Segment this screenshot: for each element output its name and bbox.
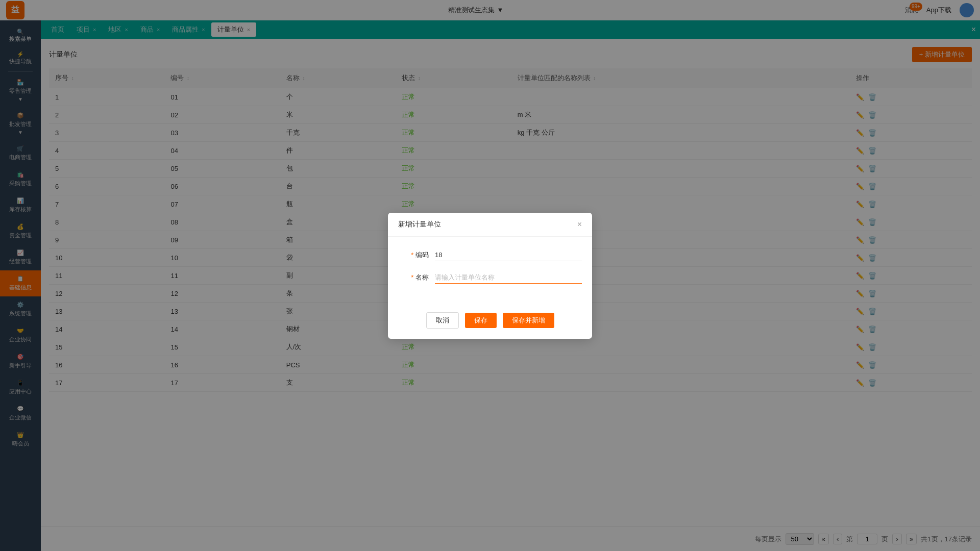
cancel-button[interactable]: 取消	[426, 312, 459, 329]
code-label: * 编码	[398, 251, 429, 260]
name-input[interactable]	[435, 271, 582, 284]
code-input[interactable]	[435, 249, 582, 261]
code-required-star: *	[411, 251, 415, 259]
dialog-title: 新增计量单位	[398, 220, 441, 229]
add-unit-dialog: 新增计量单位 × * 编码 * 名称 取消 保存 保存并新增	[388, 213, 592, 339]
form-row-name: * 名称	[398, 271, 582, 284]
dialog-header: 新增计量单位 ×	[388, 213, 592, 237]
save-button[interactable]: 保存	[465, 313, 497, 328]
dialog-overlay[interactable]: 新增计量单位 × * 编码 * 名称 取消 保存 保存并新增	[0, 0, 980, 551]
dialog-footer: 取消 保存 保存并新增	[388, 306, 592, 339]
dialog-body: * 编码 * 名称	[388, 237, 592, 306]
form-row-code: * 编码	[398, 249, 582, 261]
name-required-star: *	[411, 273, 415, 281]
name-label: * 名称	[398, 273, 429, 282]
dialog-close-btn[interactable]: ×	[577, 220, 582, 229]
save-new-button[interactable]: 保存并新增	[503, 313, 554, 328]
